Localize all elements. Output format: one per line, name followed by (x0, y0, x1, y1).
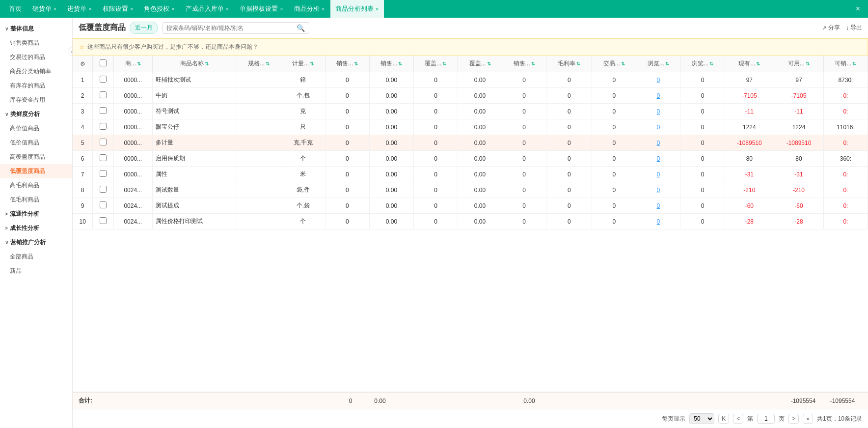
cell-browse1[interactable]: 0 (636, 214, 680, 229)
cell-browse1[interactable]: 0 (636, 198, 680, 214)
sidebar-item-新品[interactable]: 新品 (0, 264, 72, 278)
share-button[interactable]: ↗ 分享 (822, 24, 840, 32)
column-header-available[interactable]: 可用...⇅ (774, 56, 824, 72)
column-header-code[interactable]: 商...⇅ (113, 56, 152, 72)
sidebar-item-库存资金占用[interactable]: 库存资金占用 (0, 93, 72, 107)
cell-browse1[interactable]: 0 (636, 135, 680, 151)
cell-checkbox[interactable] (93, 198, 114, 214)
column-header-name[interactable]: 商品名称⇅ (152, 56, 237, 72)
sidebar-item-高价值商品[interactable]: 高价值商品 (0, 121, 72, 136)
column-header-browse2[interactable]: 浏览...⇅ (680, 56, 725, 72)
browse-link[interactable]: 0 (657, 218, 660, 225)
cell-browse1[interactable]: 0 (636, 182, 680, 198)
column-header-trade[interactable]: 交易...⇅ (592, 56, 636, 72)
browse-link[interactable]: 0 (657, 108, 660, 115)
page-number-input[interactable] (757, 414, 775, 424)
sidebar-item-交易过的商品[interactable]: 交易过的商品 (0, 50, 72, 64)
browse-link[interactable]: 0 (657, 77, 660, 84)
sidebar-item-全部商品[interactable]: 全部商品 (0, 250, 72, 264)
nav-item-单据模板设置[interactable]: 单据模板设置× (235, 0, 288, 18)
prev-page-button[interactable]: < (733, 414, 743, 424)
row-checkbox[interactable] (100, 76, 107, 83)
nav-item-close[interactable]: × (226, 6, 229, 12)
cell-browse1[interactable]: 0 (636, 88, 680, 104)
sidebar-section-营销推广分析[interactable]: ∨ 营销推广分析 (0, 235, 72, 250)
cell-checkbox[interactable] (93, 135, 114, 151)
column-header-gross_rate[interactable]: 毛利率⇅ (546, 56, 592, 72)
cell-browse1[interactable]: 0 (636, 151, 680, 167)
select-all-checkbox[interactable] (100, 59, 107, 66)
sidebar-section-流通性分析[interactable]: > 流通性分析 (0, 207, 72, 221)
nav-item-close[interactable]: × (88, 6, 91, 12)
nav-item-销货单[interactable]: 销货单× (27, 0, 61, 18)
settings-icon[interactable]: ⚙ (80, 60, 85, 67)
next-page-button[interactable]: > (788, 414, 799, 424)
cell-browse1[interactable]: 0 (636, 119, 680, 135)
cell-checkbox[interactable] (93, 88, 114, 104)
column-header-unit[interactable]: 计量...⇅ (281, 56, 325, 72)
browse-link[interactable]: 0 (657, 187, 660, 194)
column-header-spec[interactable]: 规格...⇅ (237, 56, 281, 72)
search-input[interactable] (166, 25, 295, 31)
page-size-select[interactable]: 50 100 200 (689, 413, 714, 424)
nav-item-角色授权[interactable]: 角色授权× (139, 0, 179, 18)
nav-item-close[interactable]: × (130, 6, 133, 12)
sidebar-item-销售类商品[interactable]: 销售类商品 (0, 36, 72, 50)
cell-checkbox[interactable] (93, 182, 114, 198)
sidebar-item-有库存的商品[interactable]: 有库存的商品 (0, 79, 72, 93)
sidebar-section-类鲜度分析[interactable]: ∨ 类鲜度分析 (0, 107, 72, 121)
nav-item-close[interactable]: × (54, 6, 56, 12)
cell-checkbox[interactable] (93, 104, 114, 119)
cell-checkbox[interactable] (93, 72, 114, 88)
sidebar-section-整体信息[interactable]: ∨ 整体信息 (0, 22, 72, 36)
nav-item-close[interactable]: × (322, 6, 325, 12)
window-close-button[interactable]: × (852, 4, 864, 13)
nav-item-商品分析列表[interactable]: 商品分析列表× (330, 0, 383, 18)
row-checkbox[interactable] (100, 91, 107, 98)
row-checkbox[interactable] (100, 139, 107, 145)
row-checkbox[interactable] (100, 154, 107, 161)
column-header-sales_qty[interactable]: 销售...⇅ (325, 56, 369, 72)
nav-item-商品分析[interactable]: 商品分析× (289, 0, 329, 18)
last-page-button[interactable]: » (803, 414, 813, 424)
column-header-browse1[interactable]: 浏览...⇅ (636, 56, 680, 72)
row-checkbox[interactable] (100, 201, 107, 208)
cell-checkbox[interactable] (93, 119, 114, 135)
nav-item-进货单[interactable]: 进货单× (62, 0, 96, 18)
nav-item-close[interactable]: × (280, 6, 283, 12)
browse-link[interactable]: 0 (657, 155, 660, 162)
cell-checkbox[interactable] (93, 214, 114, 229)
nav-item-产成品入库单[interactable]: 产成品入库单× (181, 0, 234, 18)
browse-link[interactable]: 0 (657, 140, 660, 146)
first-page-button[interactable]: K (718, 414, 729, 424)
cell-browse1[interactable]: 0 (636, 104, 680, 119)
column-header-current[interactable]: 现有...⇅ (725, 56, 774, 72)
sidebar-item-低毛利商品[interactable]: 低毛利商品 (0, 193, 72, 207)
cell-checkbox[interactable] (93, 151, 114, 167)
browse-link[interactable]: 0 (657, 92, 660, 99)
export-button[interactable]: ↓ 导出 (846, 24, 862, 32)
sidebar-item-高毛利商品[interactable]: 高毛利商品 (0, 178, 72, 193)
browse-link[interactable]: 0 (657, 202, 660, 209)
column-header-sales_amt[interactable]: 销售...⇅ (369, 56, 413, 72)
column-header-sellable[interactable]: 可销...⇅ (823, 56, 868, 72)
sidebar-section-成长性分析[interactable]: > 成长性分析 (0, 221, 72, 235)
nav-item-close[interactable]: × (376, 6, 379, 12)
row-checkbox[interactable] (100, 186, 107, 193)
sidebar-item-低价值商品[interactable]: 低价值商品 (0, 136, 72, 150)
sidebar-item-高覆盖度商品[interactable]: 高覆盖度商品 (0, 150, 72, 164)
row-checkbox[interactable] (100, 107, 107, 114)
row-checkbox[interactable] (100, 217, 107, 224)
filter-button[interactable]: 近一月 (130, 22, 158, 34)
nav-item-首页[interactable]: 首页 (4, 0, 27, 18)
browse-link[interactable]: 0 (657, 124, 660, 131)
cell-browse1[interactable]: 0 (636, 167, 680, 182)
sidebar-item-商品分类动销率[interactable]: 商品分类动销率 (0, 64, 72, 79)
column-header-cover2[interactable]: 覆盖...⇅ (458, 56, 502, 72)
cell-checkbox[interactable] (93, 167, 114, 182)
sidebar-item-低覆盖度商品[interactable]: 低覆盖度商品 (0, 164, 72, 178)
column-header-sales2[interactable]: 销售...⇅ (502, 56, 546, 72)
row-checkbox[interactable] (100, 170, 107, 177)
browse-link[interactable]: 0 (657, 171, 660, 178)
column-header-cover1[interactable]: 覆盖...⇅ (413, 56, 458, 72)
